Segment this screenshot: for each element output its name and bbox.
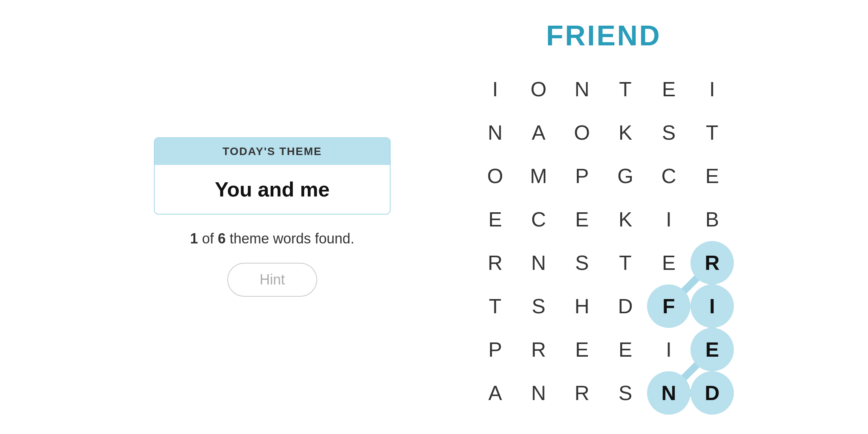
grid-cell[interactable]: P <box>560 154 604 198</box>
grid-cell[interactable]: E <box>647 67 690 111</box>
grid-cell[interactable]: M <box>517 154 560 198</box>
main-container: TODAY'S THEME You and me 1 of 6 theme wo… <box>0 0 868 434</box>
grid-cell[interactable]: A <box>517 111 560 154</box>
grid-cell[interactable]: I <box>690 67 734 111</box>
hint-button[interactable]: Hint <box>227 263 317 297</box>
grid-cell[interactable]: N <box>517 241 560 284</box>
letter-grid: IONTEINAOKSTOMPGCEECEKIBRNSTERTSHDFIPREE… <box>473 67 734 415</box>
grid-cell[interactable]: F <box>647 284 690 328</box>
grid-wrapper: IONTEINAOKSTOMPGCEECEKIBRNSTERTSHDFIPREE… <box>473 67 734 415</box>
grid-cell[interactable]: E <box>560 198 604 241</box>
grid-cell[interactable]: D <box>690 371 734 415</box>
grid-cell[interactable]: O <box>560 111 604 154</box>
grid-cell[interactable]: G <box>604 154 647 198</box>
grid-cell[interactable]: N <box>517 371 560 415</box>
grid-cell[interactable]: N <box>560 67 604 111</box>
found-total: 6 <box>218 230 226 247</box>
grid-cell[interactable]: C <box>647 154 690 198</box>
grid-cell[interactable]: N <box>473 111 517 154</box>
found-of: of <box>202 230 218 247</box>
grid-cell[interactable]: R <box>690 241 734 284</box>
grid-cell[interactable]: R <box>473 241 517 284</box>
grid-cell[interactable]: O <box>517 67 560 111</box>
grid-cell[interactable]: R <box>517 328 560 371</box>
grid-cell[interactable]: H <box>560 284 604 328</box>
grid-cell[interactable]: I <box>690 284 734 328</box>
left-panel: TODAY'S THEME You and me 1 of 6 theme wo… <box>134 137 410 297</box>
grid-cell[interactable]: T <box>473 284 517 328</box>
grid-cell[interactable]: S <box>560 241 604 284</box>
grid-cell[interactable]: T <box>690 111 734 154</box>
found-text: 1 of 6 theme words found. <box>190 230 354 247</box>
grid-cell[interactable]: I <box>647 198 690 241</box>
found-suffix: theme words found. <box>230 230 354 247</box>
grid-cell[interactable]: E <box>473 198 517 241</box>
theme-value: You and me <box>155 165 390 214</box>
grid-cell[interactable]: S <box>604 371 647 415</box>
grid-cell[interactable]: O <box>473 154 517 198</box>
found-count: 1 <box>190 230 198 247</box>
grid-cell[interactable]: C <box>517 198 560 241</box>
grid-cell[interactable]: A <box>473 371 517 415</box>
grid-cell[interactable]: I <box>647 328 690 371</box>
theme-label: TODAY'S THEME <box>155 138 390 165</box>
grid-cell[interactable]: K <box>604 198 647 241</box>
grid-cell[interactable]: S <box>647 111 690 154</box>
grid-cell[interactable]: B <box>690 198 734 241</box>
grid-cell[interactable]: E <box>690 154 734 198</box>
grid-cell[interactable]: T <box>604 67 647 111</box>
grid-cell[interactable]: E <box>690 328 734 371</box>
grid-cell[interactable]: S <box>517 284 560 328</box>
grid-cell[interactable]: E <box>560 328 604 371</box>
grid-cell[interactable]: I <box>473 67 517 111</box>
grid-cell[interactable]: N <box>647 371 690 415</box>
right-panel: FRIEND IONTEINAOKSTOMPGCEECEKIBRNSTERTSH… <box>473 19 734 415</box>
theme-card: TODAY'S THEME You and me <box>154 137 391 215</box>
grid-cell[interactable]: R <box>560 371 604 415</box>
grid-cell[interactable]: E <box>647 241 690 284</box>
word-title: FRIEND <box>546 19 661 52</box>
grid-cell[interactable]: E <box>604 328 647 371</box>
grid-cell[interactable]: P <box>473 328 517 371</box>
grid-cell[interactable]: K <box>604 111 647 154</box>
grid-cell[interactable]: D <box>604 284 647 328</box>
grid-cell[interactable]: T <box>604 241 647 284</box>
